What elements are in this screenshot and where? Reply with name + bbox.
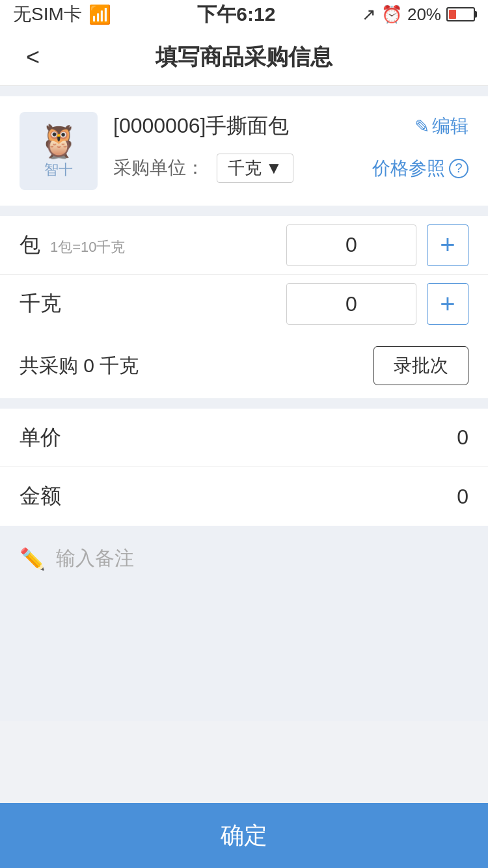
package-sub-label: 1包=10千克: [50, 239, 126, 255]
kilogram-label: 千克: [20, 290, 98, 318]
battery-icon: [446, 7, 475, 21]
package-input[interactable]: 0: [286, 224, 416, 266]
purchase-unit-row: 采购单位： 千克 ▼ 价格参照 ?: [113, 154, 468, 183]
package-value: 0: [346, 233, 357, 257]
status-left: 无SIM卡 📶: [13, 2, 111, 27]
amount-value: 0: [457, 485, 468, 509]
nav-bar: < 填写商品采购信息: [0, 29, 488, 86]
product-name-row: [0000006]手撕面包 ✎ 编辑: [113, 112, 468, 141]
product-name: [0000006]手撕面包: [113, 112, 289, 141]
product-owl-icon: 🦉: [38, 122, 79, 160]
unit-price-value: 0: [457, 426, 468, 450]
remark-section: ✏️ 输入备注: [0, 526, 488, 721]
product-image: 🦉 智十: [20, 112, 98, 190]
edit-button[interactable]: ✎ 编辑: [414, 114, 468, 139]
alarm-icon: ⏰: [381, 5, 402, 25]
page-title: 填写商品采购信息: [156, 42, 332, 72]
top-divider: [0, 86, 488, 96]
carrier-label: 无SIM卡: [13, 2, 82, 27]
summary-text: 共采购 0 千克: [20, 353, 139, 379]
amount-label: 金额: [20, 482, 61, 511]
unit-value: 千克: [228, 157, 262, 180]
edit-icon: ✎: [414, 116, 429, 137]
unit-price-label: 单价: [20, 424, 61, 452]
batch-button[interactable]: 录批次: [373, 346, 468, 385]
unit-price-row: 单价 0: [0, 409, 488, 467]
status-bar: 无SIM卡 📶 下午6:12 ↗ ⏰ 20%: [0, 0, 488, 29]
package-row: 包 1包=10千克 0 +: [0, 216, 488, 275]
status-time: 下午6:12: [197, 1, 275, 28]
package-plus-button[interactable]: +: [427, 224, 468, 266]
wifi-icon: 📶: [88, 4, 111, 25]
dropdown-arrow-icon: ▼: [265, 158, 282, 178]
status-right: ↗ ⏰ 20%: [362, 5, 475, 25]
kilogram-row: 千克 0 +: [0, 275, 488, 333]
product-info: [0000006]手撕面包 ✎ 编辑 采购单位： 千克 ▼ 价格参照 ?: [113, 112, 468, 183]
amount-row: 金额 0: [0, 467, 488, 526]
pencil-icon: ✏️: [20, 547, 46, 571]
mid-divider1: [0, 206, 488, 216]
kilogram-input-area: 0 +: [98, 283, 468, 325]
mid-divider2: [0, 398, 488, 409]
battery-percent: 20%: [407, 5, 441, 25]
product-image-label: 智十: [44, 161, 73, 178]
gps-icon: ↗: [362, 5, 376, 25]
kilogram-input[interactable]: 0: [286, 283, 416, 325]
summary-row: 共采购 0 千克 录批次: [0, 333, 488, 398]
kilogram-plus-button[interactable]: +: [427, 283, 468, 325]
kilogram-value: 0: [346, 292, 357, 316]
price-reference-button[interactable]: 价格参照 ?: [372, 156, 468, 181]
purchase-unit-label: 采购单位：: [113, 157, 204, 178]
back-button[interactable]: <: [20, 37, 46, 77]
price-ref-label: 价格参照: [372, 156, 445, 181]
product-card: 🦉 智十 [0000006]手撕面包 ✎ 编辑 采购单位： 千克 ▼ 价格参照 …: [0, 96, 488, 206]
unit-select[interactable]: 千克 ▼: [217, 154, 293, 183]
price-section: 单价 0 金额 0: [0, 409, 488, 526]
remark-input-row[interactable]: ✏️ 输入备注: [20, 545, 468, 572]
info-icon: ?: [449, 159, 468, 178]
package-label: 包 1包=10千克: [20, 231, 125, 260]
package-input-area: 0 +: [125, 224, 468, 266]
remark-placeholder: 输入备注: [56, 545, 134, 572]
edit-label: 编辑: [432, 114, 468, 139]
confirm-button[interactable]: 确定: [0, 803, 488, 868]
quantity-form-section: 包 1包=10千克 0 + 千克 0 +: [0, 216, 488, 333]
